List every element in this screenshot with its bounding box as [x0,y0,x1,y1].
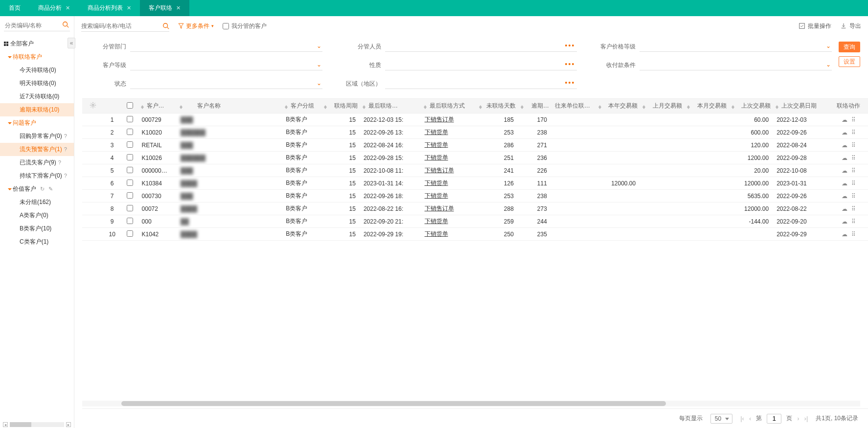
wechat-icon[interactable]: ☁ [842,180,847,187]
close-icon[interactable]: ✕ [66,5,70,11]
sidebar-item-tomorrow[interactable]: 明天待联络(0) [0,77,74,90]
sidebar-item-repurchase-abnormal[interactable]: 回购异常客户(0)? [0,130,74,143]
wechat-icon[interactable]: ☁ [842,231,847,238]
filter-status-field[interactable]: ⌄ [130,78,322,89]
col-lastm[interactable]: 上月交易额 [640,99,685,113]
filter-person-field[interactable]: ••• [385,41,577,52]
help-icon[interactable]: ? [64,133,67,139]
cell-last-way[interactable]: 下销售订单 [422,203,477,215]
col-cycle[interactable]: 联络周期 [322,99,361,113]
prev-page-button[interactable]: ‹ [749,415,751,422]
cell-last-way[interactable]: 下销货单 [422,228,477,241]
tab-home[interactable]: 首页 [0,0,29,16]
table-row[interactable]: 6K10384████B类客户152023-01-31 14:下销货单12611… [82,177,868,190]
more-icon[interactable]: ⠿ [851,231,856,238]
row-checkbox[interactable] [127,129,133,135]
col-gear[interactable] [82,99,103,113]
col-last-way[interactable]: 最后联络方式 [422,99,477,113]
sidebar-search-input[interactable] [4,20,70,31]
tab-product-analysis-list[interactable]: 商品分析列表✕ [79,0,140,16]
wechat-icon[interactable]: ☁ [842,193,847,200]
filter-level-field[interactable]: ⌄ [130,60,322,70]
filter-nature-field[interactable]: ••• [385,60,577,70]
cell-last-way[interactable]: 下销货单 [422,139,477,152]
row-checkbox[interactable] [127,167,133,173]
sidebar-item-ungrouped[interactable]: 未分组(162) [0,196,74,209]
my-customers-checkbox[interactable]: 我分管的客户 [223,22,267,30]
group-value-customers[interactable]: 价值客户 ↻ ✎ [0,182,74,196]
tab-customer-contact[interactable]: 客户联络✕ [140,0,189,16]
more-icon[interactable]: ⠿ [851,167,856,174]
cell-last-way[interactable]: 下销售订单 [422,113,477,126]
export-button[interactable]: 导出 [840,22,861,30]
close-icon[interactable]: ✕ [127,5,131,11]
more-icon[interactable]: ⠿ [851,155,856,161]
cell-last-way[interactable]: 下销货单 [422,152,477,164]
help-icon[interactable]: ? [64,146,67,152]
next-page-button[interactable]: › [797,415,799,422]
filter-price-field[interactable]: ⌄ [640,41,832,52]
col-lastdate[interactable]: 上次交易日期 [774,99,829,113]
table-row[interactable]: 1000729███B类客户152022-12-03 15:下销售订单18517… [82,113,868,126]
sidebar-item-class-a[interactable]: A类客户(0) [0,209,74,222]
row-checkbox[interactable] [127,141,133,148]
search-icon[interactable] [62,21,69,29]
more-icon[interactable]: ⠿ [851,180,856,187]
query-button[interactable]: 查询 [839,42,860,52]
sidebar-item-7days[interactable]: 近7天待联络(0) [0,90,74,103]
help-icon[interactable]: ? [64,173,67,179]
more-icon[interactable]: ⠿ [851,218,856,225]
edit-icon[interactable]: ✎ [48,186,53,192]
wechat-icon[interactable]: ☁ [842,155,847,161]
filter-dept-field[interactable]: ⌄ [130,41,322,52]
cell-last-way[interactable]: 下销货单 [422,177,477,190]
row-checkbox[interactable] [127,192,133,199]
group-problem-customers[interactable]: 问题客户 [0,116,74,130]
table-row[interactable]: 5000000…███B类客户152022-10-08 11:下销售订单2412… [82,164,868,177]
last-page-button[interactable]: ›| [804,415,808,422]
table-row[interactable]: 7000730███B类客户152022-09-26 18:下销货单253238… [82,190,868,203]
group-pending-contact[interactable]: 待联络客户 [0,50,74,64]
row-checkbox[interactable] [127,230,133,237]
cell-last-way[interactable]: 下销售订单 [422,164,477,177]
table-row[interactable]: 9000██B类客户152022-09-20 21:下销货单259244-144… [82,215,868,228]
col-lastamt[interactable]: 上次交易额 [730,99,774,113]
collapse-sidebar-button[interactable]: « [68,38,75,48]
col-year[interactable]: 本年交易额 [596,99,641,113]
more-icon[interactable]: ⠿ [851,142,856,149]
wechat-icon[interactable]: ☁ [842,205,847,212]
filter-region-field[interactable]: ••• [385,78,577,89]
col-check[interactable] [121,99,138,113]
col-group[interactable]: 客户分组 [283,99,321,113]
more-icon[interactable]: ⠿ [851,116,856,123]
sidebar-scrollbar[interactable]: ◂ ▸ [0,421,74,428]
table-row[interactable]: 4K10026██████B类客户152022-09-28 15:下销货单251… [82,152,868,164]
more-icon[interactable]: ⠿ [851,193,856,200]
wechat-icon[interactable]: ☁ [842,116,847,123]
scroll-left-icon[interactable]: ◂ [3,422,8,427]
filter-payment-field[interactable]: ⌄ [640,60,832,70]
col-last-time[interactable]: 最后联络… [361,99,422,113]
sidebar-all-customers[interactable]: 全部客户 [0,37,74,50]
wechat-icon[interactable]: ☁ [842,167,847,174]
wechat-icon[interactable]: ☁ [842,142,847,149]
close-icon[interactable]: ✕ [176,5,181,11]
scroll-right-icon[interactable]: ▸ [66,422,71,427]
cell-last-way[interactable]: 下销货单 [422,126,477,139]
tab-product-analysis[interactable]: 商品分析✕ [29,0,79,16]
search-icon[interactable] [162,23,169,31]
row-checkbox[interactable] [127,218,133,224]
page-input[interactable] [767,414,781,424]
per-page-select[interactable]: 50 [710,414,732,424]
sidebar-item-class-c[interactable]: C类客户(1) [0,235,74,248]
wechat-icon[interactable]: ☁ [842,129,847,136]
col-name[interactable]: 客户名称 [178,99,283,113]
wechat-icon[interactable]: ☁ [842,218,847,225]
horizontal-scrollbar[interactable] [82,401,860,406]
sidebar-item-churned[interactable]: 已流失客户(9)? [0,156,74,169]
search-input[interactable] [81,21,169,32]
col-unit[interactable]: 往来单位联… [552,99,596,113]
help-icon[interactable]: ? [58,159,61,165]
row-checkbox[interactable] [127,180,133,186]
col-thism[interactable]: 本月交易额 [685,99,730,113]
